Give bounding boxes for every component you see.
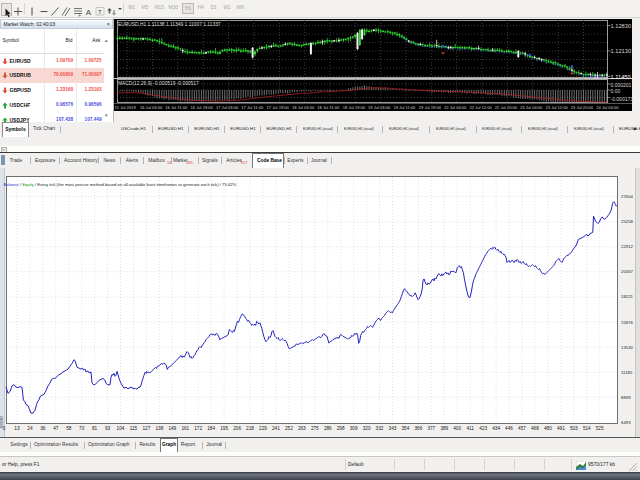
svg-text:T: T xyxy=(98,9,102,15)
svg-text:F: F xyxy=(78,12,81,17)
svg-text:A: A xyxy=(86,7,92,16)
